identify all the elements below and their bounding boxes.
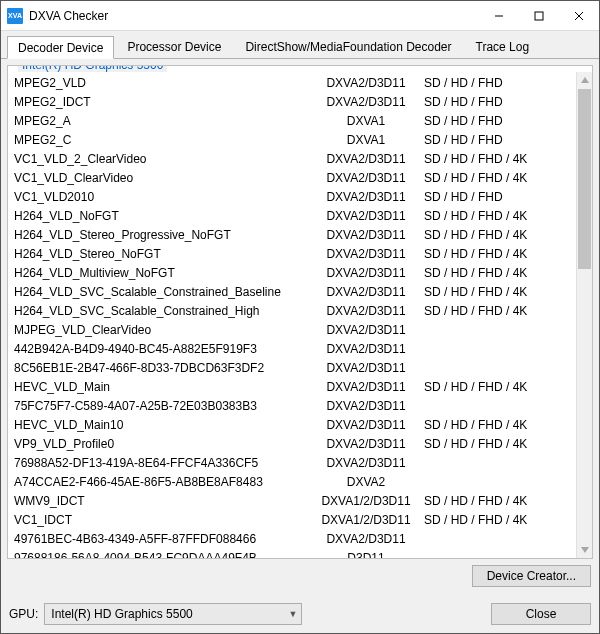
table-row[interactable]: MPEG2_IDCTDXVA2/D3D11SD / HD / FHD <box>14 93 588 112</box>
decoder-list[interactable]: MPEG2_VLDDXVA2/D3D11SD / HD / FHDMPEG2_I… <box>8 72 592 558</box>
decoder-api: DXVA2/D3D11 <box>312 416 420 435</box>
table-row[interactable]: HEVC_VLD_Main10DXVA2/D3D11SD / HD / FHD … <box>14 416 588 435</box>
decoder-resolutions: SD / HD / FHD / 4K <box>420 283 588 302</box>
app-window: XVA DXVA Checker Decoder Device Processo… <box>0 0 600 634</box>
decoder-name: VP9_VLD_Profile0 <box>14 435 312 454</box>
decoder-name: MJPEG_VLD_ClearVideo <box>14 321 312 340</box>
table-row[interactable]: 97688186-56A8-4094-B543-FC9DAAA49F4BD3D1… <box>14 549 588 558</box>
decoder-name: 49761BEC-4B63-4349-A5FF-87FFDF088466 <box>14 530 312 549</box>
scroll-down-button[interactable] <box>577 542 592 558</box>
table-row[interactable]: VP9_VLD_Profile0DXVA2/D3D11SD / HD / FHD… <box>14 435 588 454</box>
table-row[interactable]: 75FC75F7-C589-4A07-A25B-72E03B0383B3DXVA… <box>14 397 588 416</box>
table-row[interactable]: 76988A52-DF13-419A-8E64-FFCF4A336CF5DXVA… <box>14 454 588 473</box>
scroll-thumb[interactable] <box>578 89 591 269</box>
decoder-name: WMV9_IDCT <box>14 492 312 511</box>
decoder-api: DXVA2/D3D11 <box>312 169 420 188</box>
decoder-api: DXVA1 <box>312 112 420 131</box>
decoder-api: DXVA2/D3D11 <box>312 359 420 378</box>
decoder-api: DXVA1/2/D3D11 <box>312 511 420 530</box>
decoder-resolutions <box>420 359 588 378</box>
decoder-resolutions: SD / HD / FHD / 4K <box>420 492 588 511</box>
window-title: DXVA Checker <box>29 9 479 23</box>
table-row[interactable]: 442B942A-B4D9-4940-BC45-A882E5F919F3DXVA… <box>14 340 588 359</box>
table-row[interactable]: H264_VLD_SVC_Scalable_Constrained_HighDX… <box>14 302 588 321</box>
chevron-down-icon: ▼ <box>288 609 297 619</box>
decoder-api: DXVA2/D3D11 <box>312 207 420 226</box>
gpu-label: GPU: <box>9 607 38 621</box>
tab-directshow-mediafoundation-decoder[interactable]: DirectShow/MediaFoundation Decoder <box>234 35 462 58</box>
decoder-name: VC1_IDCT <box>14 511 312 530</box>
scroll-up-button[interactable] <box>577 72 592 88</box>
decoder-resolutions: SD / HD / FHD / 4K <box>420 226 588 245</box>
decoder-api: DXVA2/D3D11 <box>312 74 420 93</box>
decoder-resolutions <box>420 530 588 549</box>
decoder-api: DXVA2/D3D11 <box>312 226 420 245</box>
table-row[interactable]: 49761BEC-4B63-4349-A5FF-87FFDF088466DXVA… <box>14 530 588 549</box>
decoder-api: DXVA2/D3D11 <box>312 397 420 416</box>
tab-trace-log[interactable]: Trace Log <box>465 35 541 58</box>
decoder-api: DXVA2/D3D11 <box>312 454 420 473</box>
table-row[interactable]: WMV9_IDCTDXVA1/2/D3D11SD / HD / FHD / 4K <box>14 492 588 511</box>
gpu-selected-value: Intel(R) HD Graphics 5500 <box>51 607 192 621</box>
decoder-name: MPEG2_A <box>14 112 312 131</box>
table-row[interactable]: VC1_VLD_ClearVideoDXVA2/D3D11SD / HD / F… <box>14 169 588 188</box>
decoder-api: DXVA2/D3D11 <box>312 530 420 549</box>
decoder-name: HEVC_VLD_Main10 <box>14 416 312 435</box>
decoder-name: VC1_VLD_ClearVideo <box>14 169 312 188</box>
table-row[interactable]: VC1_VLD2010DXVA2/D3D11SD / HD / FHD <box>14 188 588 207</box>
table-row[interactable]: 8C56EB1E-2B47-466F-8D33-7DBCD63F3DF2DXVA… <box>14 359 588 378</box>
minimize-button[interactable] <box>479 1 519 31</box>
table-row[interactable]: MPEG2_VLDDXVA2/D3D11SD / HD / FHD <box>14 74 588 93</box>
tab-bar: Decoder Device Processor Device DirectSh… <box>1 31 599 59</box>
tab-processor-device[interactable]: Processor Device <box>116 35 232 58</box>
decoder-name: 75FC75F7-C589-4A07-A25B-72E03B0383B3 <box>14 397 312 416</box>
svg-rect-1 <box>535 12 543 20</box>
table-row[interactable]: A74CCAE2-F466-45AE-86F5-AB8BE8AF8483DXVA… <box>14 473 588 492</box>
decoder-api: DXVA2/D3D11 <box>312 321 420 340</box>
scroll-track[interactable] <box>577 270 592 542</box>
table-row[interactable]: H264_VLD_NoFGTDXVA2/D3D11SD / HD / FHD /… <box>14 207 588 226</box>
close-window-button[interactable] <box>559 1 599 31</box>
table-row[interactable]: H264_VLD_Stereo_NoFGTDXVA2/D3D11SD / HD … <box>14 245 588 264</box>
decoder-resolutions: SD / HD / FHD / 4K <box>420 245 588 264</box>
close-button[interactable]: Close <box>491 603 591 625</box>
svg-marker-5 <box>581 547 589 553</box>
table-row[interactable]: MJPEG_VLD_ClearVideoDXVA2/D3D11 <box>14 321 588 340</box>
decoder-name: H264_VLD_SVC_Scalable_Constrained_High <box>14 302 312 321</box>
decoder-api: DXVA2/D3D11 <box>312 188 420 207</box>
decoder-name: H264_VLD_Stereo_NoFGT <box>14 245 312 264</box>
gpu-select[interactable]: Intel(R) HD Graphics 5500 ▼ <box>44 603 302 625</box>
tab-decoder-device[interactable]: Decoder Device <box>7 36 114 59</box>
decoder-name: H264_VLD_Stereo_Progressive_NoFGT <box>14 226 312 245</box>
decoder-resolutions: SD / HD / FHD <box>420 74 588 93</box>
decoder-api: DXVA2/D3D11 <box>312 340 420 359</box>
table-row[interactable]: H264_VLD_SVC_Scalable_Constrained_Baseli… <box>14 283 588 302</box>
table-row[interactable]: H264_VLD_Stereo_Progressive_NoFGTDXVA2/D… <box>14 226 588 245</box>
decoder-resolutions <box>420 397 588 416</box>
app-icon: XVA <box>7 8 23 24</box>
titlebar: XVA DXVA Checker <box>1 1 599 31</box>
decoder-resolutions: SD / HD / FHD / 4K <box>420 207 588 226</box>
decoder-group: Intel(R) HD Graphics 5500 MPEG2_VLDDXVA2… <box>7 65 593 559</box>
decoder-name: HEVC_VLD_Main <box>14 378 312 397</box>
table-row[interactable]: H264_VLD_Multiview_NoFGTDXVA2/D3D11SD / … <box>14 264 588 283</box>
decoder-resolutions: SD / HD / FHD <box>420 131 588 150</box>
decoder-name: H264_VLD_SVC_Scalable_Constrained_Baseli… <box>14 283 312 302</box>
decoder-api: DXVA2/D3D11 <box>312 93 420 112</box>
decoder-resolutions: SD / HD / FHD / 4K <box>420 511 588 530</box>
decoder-api: D3D11 <box>312 549 420 558</box>
decoder-name: MPEG2_VLD <box>14 74 312 93</box>
table-row[interactable]: MPEG2_ADXVA1SD / HD / FHD <box>14 112 588 131</box>
decoder-name: 97688186-56A8-4094-B543-FC9DAAA49F4B <box>14 549 312 558</box>
device-creator-button[interactable]: Device Creator... <box>472 565 591 587</box>
vertical-scrollbar[interactable] <box>576 72 592 558</box>
table-row[interactable]: VC1_IDCTDXVA1/2/D3D11SD / HD / FHD / 4K <box>14 511 588 530</box>
decoder-resolutions: SD / HD / FHD / 4K <box>420 169 588 188</box>
decoder-resolutions: SD / HD / FHD <box>420 112 588 131</box>
decoder-name: MPEG2_IDCT <box>14 93 312 112</box>
table-row[interactable]: VC1_VLD_2_ClearVideoDXVA2/D3D11SD / HD /… <box>14 150 588 169</box>
table-row[interactable]: HEVC_VLD_MainDXVA2/D3D11SD / HD / FHD / … <box>14 378 588 397</box>
decoder-resolutions: SD / HD / FHD / 4K <box>420 150 588 169</box>
maximize-button[interactable] <box>519 1 559 31</box>
table-row[interactable]: MPEG2_CDXVA1SD / HD / FHD <box>14 131 588 150</box>
